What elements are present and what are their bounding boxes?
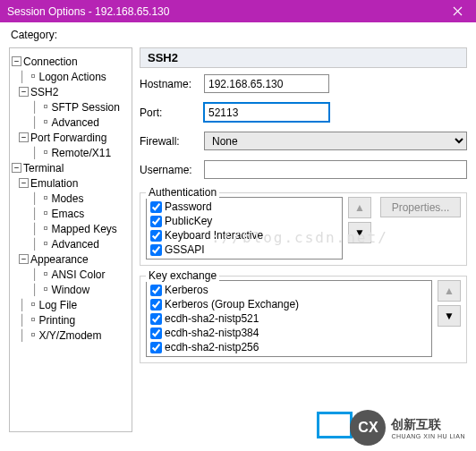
auth-password-label: Password — [165, 200, 212, 213]
tree-window[interactable]: Window — [51, 284, 89, 296]
auth-gssapi-label: GSSAPI — [165, 243, 205, 256]
auth-gssapi-checkbox[interactable] — [150, 244, 162, 256]
auth-move-up-button[interactable]: ▲ — [348, 197, 371, 218]
kex-kerberos-ge-label: Kerberos (Group Exchange) — [165, 298, 299, 311]
kex-nistp384-checkbox[interactable] — [150, 328, 162, 339]
collapse-icon[interactable]: − — [19, 254, 29, 264]
tree-ssh2[interactable]: SSH2 — [30, 86, 58, 98]
category-tree[interactable]: −Connection │ Logon Actions −SSH2 │ SFTP… — [9, 47, 132, 432]
kex-nistp256-checkbox[interactable] — [150, 342, 162, 353]
collapse-icon[interactable]: − — [12, 56, 21, 66]
tree-log-file[interactable]: Log File — [38, 299, 77, 311]
tree-modes[interactable]: Modes — [51, 192, 83, 205]
authentication-legend: Authentication — [146, 186, 219, 199]
triangle-up-icon: ▲ — [354, 201, 365, 214]
tree-emulation[interactable]: Emulation — [30, 177, 78, 190]
authentication-group: Authentication Password PublicKey Keyboa… — [140, 192, 467, 266]
username-label: Username: — [140, 164, 204, 176]
key-exchange-list[interactable]: Kerberos Kerberos (Group Exchange) ecdh-… — [146, 280, 432, 357]
tree-advanced[interactable]: Advanced — [51, 116, 98, 129]
auth-move-down-button[interactable]: ▼ — [348, 222, 371, 243]
title-bar: Session Options - 192.168.65.130 — [0, 0, 476, 22]
collapse-icon[interactable]: − — [19, 178, 29, 188]
kex-nistp384-label: ecdh-sha2-nistp384 — [165, 327, 259, 339]
category-label: Category: — [11, 29, 57, 41]
tree-port-forwarding[interactable]: Port Forwarding — [30, 132, 106, 144]
logo-area: CX 创新互联 CHUANG XIN HU LIAN — [350, 410, 465, 446]
collapse-icon[interactable]: − — [12, 163, 21, 173]
hostname-input[interactable] — [204, 74, 329, 93]
triangle-up-icon: ▲ — [444, 285, 455, 297]
auth-keyboard-label: Keyboard Interactive — [165, 229, 263, 242]
close-button[interactable] — [438, 0, 476, 22]
tree-logon-actions[interactable]: Logon Actions — [38, 71, 106, 83]
port-label: Port: — [140, 106, 204, 119]
tree-ansi-color[interactable]: ANSI Color — [51, 268, 105, 281]
ok-button-outline[interactable] — [317, 412, 353, 438]
tree-appearance[interactable]: Appearance — [30, 253, 89, 266]
tree-connection[interactable]: Connection — [23, 55, 78, 68]
firewall-select[interactable]: None — [204, 132, 467, 150]
auth-publickey-checkbox[interactable] — [150, 216, 162, 227]
close-icon — [453, 6, 463, 16]
firewall-label: Firewall: — [140, 135, 204, 148]
logo-badge-icon: CX — [350, 410, 386, 446]
tree-emacs[interactable]: Emacs — [51, 208, 84, 220]
tree-mapped-keys[interactable]: Mapped Keys — [51, 223, 116, 235]
hostname-label: Hostname: — [140, 78, 204, 90]
kex-nistp521-checkbox[interactable] — [150, 313, 162, 325]
collapse-icon[interactable]: − — [19, 87, 29, 97]
triangle-down-icon: ▼ — [444, 310, 455, 322]
window-title: Session Options - 192.168.65.130 — [7, 5, 169, 18]
collapse-icon[interactable]: − — [19, 132, 29, 142]
authentication-list[interactable]: Password PublicKey Keyboard Interactive … — [146, 197, 343, 260]
kex-kerberos-ge-checkbox[interactable] — [150, 299, 162, 311]
kex-move-down-button[interactable]: ▼ — [438, 305, 461, 327]
triangle-down-icon: ▼ — [354, 226, 365, 239]
tree-xyzmodem[interactable]: X/Y/Zmodem — [38, 329, 101, 342]
key-exchange-group: Key exchange Kerberos Kerberos (Group Ex… — [140, 276, 467, 363]
tree-remote-x11[interactable]: Remote/X11 — [51, 147, 111, 159]
tree-sftp-session[interactable]: SFTP Session — [51, 101, 119, 114]
auth-keyboard-checkbox[interactable] — [150, 230, 162, 242]
section-title: SSH2 — [140, 47, 467, 68]
username-input[interactable] — [204, 160, 467, 179]
tree-printing[interactable]: Printing — [38, 314, 75, 327]
key-exchange-legend: Key exchange — [146, 269, 219, 282]
auth-password-checkbox[interactable] — [150, 201, 162, 213]
properties-button[interactable]: Properties... — [380, 197, 461, 217]
kex-nistp256-label: ecdh-sha2-nistp256 — [165, 341, 259, 353]
tree-advanced-2[interactable]: Advanced — [51, 238, 98, 251]
kex-move-up-button[interactable]: ▲ — [438, 280, 461, 302]
logo-line2: CHUANG XIN HU LIAN — [391, 433, 465, 439]
port-input[interactable] — [204, 103, 329, 122]
kex-nistp521-label: ecdh-sha2-nistp521 — [165, 312, 259, 325]
tree-terminal[interactable]: Terminal — [23, 162, 64, 174]
kex-kerberos-label: Kerberos — [165, 284, 208, 296]
kex-kerberos-checkbox[interactable] — [150, 285, 162, 296]
auth-publickey-label: PublicKey — [165, 215, 212, 227]
logo-line1: 创新互联 — [391, 417, 465, 433]
